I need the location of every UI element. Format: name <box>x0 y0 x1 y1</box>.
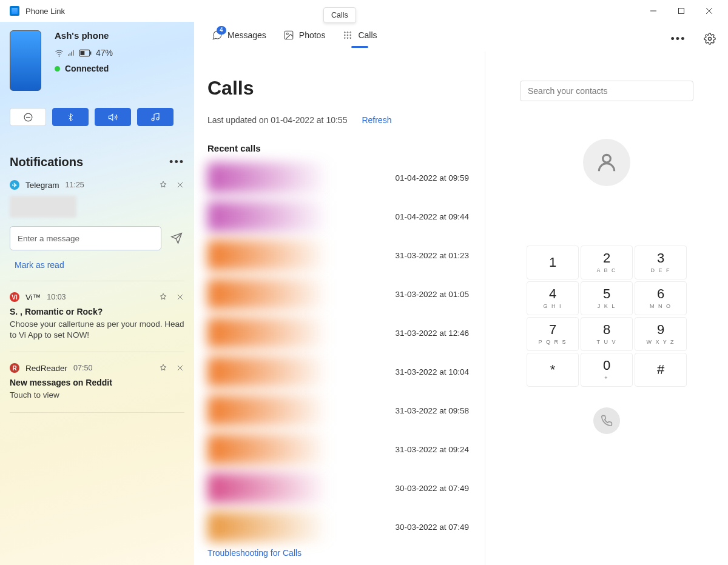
close-icon[interactable] <box>176 293 184 301</box>
pin-icon[interactable] <box>159 293 167 301</box>
tab-photos[interactable]: Photos <box>275 24 334 52</box>
calls-heading: Calls <box>207 77 471 99</box>
phone-icon <box>601 415 613 427</box>
call-contact-blurred <box>207 318 359 348</box>
notification-time: 11:25 <box>66 181 84 189</box>
notification-time: 10:03 <box>47 293 66 301</box>
notification-app-icon: VI <box>10 292 19 302</box>
dialpad-key-2[interactable]: 2A B C <box>581 246 633 279</box>
call-row[interactable]: 31-03-2022 at 09:24 <box>207 430 471 469</box>
window-close-button[interactable] <box>695 1 723 21</box>
dialpad-key-number: 2 <box>603 252 610 265</box>
tab-tooltip: Calls <box>323 7 356 23</box>
call-row[interactable]: 30-03-2022 at 07:49 <box>207 507 471 546</box>
status-dot-icon <box>55 66 60 72</box>
call-contact-blurred <box>207 356 359 387</box>
main: Calls Last updated on 01-04-2022 at 10:5… <box>194 52 728 565</box>
reply-input[interactable]: Enter a message <box>10 226 161 250</box>
call-row[interactable]: 31-03-2022 at 01:23 <box>207 236 471 275</box>
call-contact-blurred <box>207 201 359 232</box>
dialpad-key-6[interactable]: 6M N O <box>635 281 687 315</box>
svg-point-7 <box>348 32 349 33</box>
dialpad-key-letters: A B C <box>596 267 616 273</box>
sidebar: Ash's phone 47% Connected Notifications … <box>0 22 194 565</box>
svg-rect-1 <box>679 8 684 14</box>
notifications-heading: Notifications <box>10 155 83 169</box>
notification-app-name: Vi™ <box>25 293 41 302</box>
notification[interactable]: VI Vi™ 10:03 S. , Romantic or Rock?Choos… <box>10 292 184 352</box>
photo-icon <box>283 30 294 41</box>
svg-point-23 <box>157 118 159 120</box>
search-placeholder: Search your contacts <box>528 86 608 96</box>
call-contact-blurred <box>207 395 359 426</box>
tab-calls[interactable]: Calls <box>334 24 385 52</box>
action-row <box>10 108 184 126</box>
call-row[interactable]: 30-03-2022 at 07:49 <box>207 469 471 507</box>
connection-label: Connected <box>65 64 109 73</box>
call-button[interactable] <box>593 407 620 434</box>
dialpad-key-#[interactable]: # <box>635 353 687 387</box>
refresh-link[interactable]: Refresh <box>362 115 391 125</box>
notifications-more-button[interactable]: ••• <box>169 156 184 169</box>
dialpad-key-1[interactable]: 1 <box>527 246 579 279</box>
svg-point-9 <box>345 35 346 36</box>
svg-point-6 <box>345 32 346 33</box>
dialpad-key-7[interactable]: 7P Q R S <box>527 317 579 351</box>
window-minimize-button[interactable] <box>639 1 667 21</box>
recent-calls-heading: Recent calls <box>207 143 471 153</box>
notification-title: New messages on Reddit <box>10 378 184 387</box>
dialpad-key-9[interactable]: 9W X Y Z <box>635 317 687 351</box>
dialpad-key-4[interactable]: 4G H I <box>527 281 579 315</box>
bluetooth-button[interactable] <box>52 108 89 126</box>
call-timestamp: 31-03-2022 at 01:23 <box>395 251 471 260</box>
call-row[interactable]: 01-04-2022 at 09:59 <box>207 158 471 197</box>
dialpad-key-0[interactable]: 0+ <box>581 353 633 387</box>
contacts-search-input[interactable]: Search your contacts <box>520 81 693 101</box>
call-contact-blurred <box>207 473 359 503</box>
dnd-button[interactable] <box>10 108 46 126</box>
notification[interactable]: R RedReader 07:50 New messages on Reddit… <box>10 363 184 412</box>
dialpad: 12A B C3D E F4G H I5J K L6M N O7P Q R S8… <box>527 246 687 387</box>
close-icon[interactable] <box>176 181 184 189</box>
pin-icon[interactable] <box>159 181 167 189</box>
dialpad-key-number: * <box>550 363 556 376</box>
volume-button[interactable] <box>95 108 131 126</box>
tab-photos-label: Photos <box>299 30 326 40</box>
call-row[interactable]: 31-03-2022 at 10:04 <box>207 352 471 391</box>
call-row[interactable]: 31-03-2022 at 01:05 <box>207 275 471 313</box>
app-icon <box>10 6 19 16</box>
close-icon[interactable] <box>176 364 184 372</box>
notification-app-name: Telegram <box>25 181 59 190</box>
call-row[interactable]: 01-04-2022 at 09:44 <box>207 197 471 236</box>
pin-icon[interactable] <box>159 364 167 372</box>
dialpad-key-number: 7 <box>549 323 556 336</box>
dialpad-key-number: 8 <box>603 323 610 336</box>
send-button[interactable] <box>169 230 184 246</box>
svg-rect-18 <box>90 51 92 54</box>
dialpad-key-8[interactable]: 8T U V <box>581 317 633 351</box>
call-row[interactable]: 31-03-2022 at 12:46 <box>207 313 471 352</box>
troubleshoot-link[interactable]: Troubleshooting for Calls <box>207 548 302 558</box>
dialpad-key-letters: M N O <box>650 303 672 309</box>
tab-messages[interactable]: 4 Messages <box>203 24 275 52</box>
call-row[interactable]: 31-03-2022 at 09:58 <box>207 391 471 430</box>
notification-preview <box>10 196 76 218</box>
dialer-column: Search your contacts 12A B C3D E F4G H I… <box>485 52 728 565</box>
notification-app-icon: ✈ <box>10 180 19 190</box>
svg-point-14 <box>350 38 351 39</box>
svg-point-8 <box>350 32 351 33</box>
dialpad-key-5[interactable]: 5J K L <box>581 281 633 315</box>
notification[interactable]: ✈ Telegram 11:25 Enter a message Mark as… <box>10 180 184 281</box>
music-button[interactable] <box>137 108 174 126</box>
dialpad-key-*[interactable]: * <box>527 353 579 387</box>
connection-status: Connected <box>55 64 113 73</box>
call-contact-blurred <box>207 240 359 270</box>
dialpad-key-3[interactable]: 3D E F <box>635 246 687 279</box>
svg-point-5 <box>286 33 288 35</box>
title-bar: Phone Link <box>0 0 728 22</box>
call-contact-blurred <box>207 512 359 542</box>
svg-point-30 <box>603 155 611 162</box>
dialpad-key-letters: P Q R S <box>539 339 567 345</box>
window-maximize-button[interactable] <box>667 1 695 21</box>
mark-read-link[interactable]: Mark as read <box>15 260 184 270</box>
